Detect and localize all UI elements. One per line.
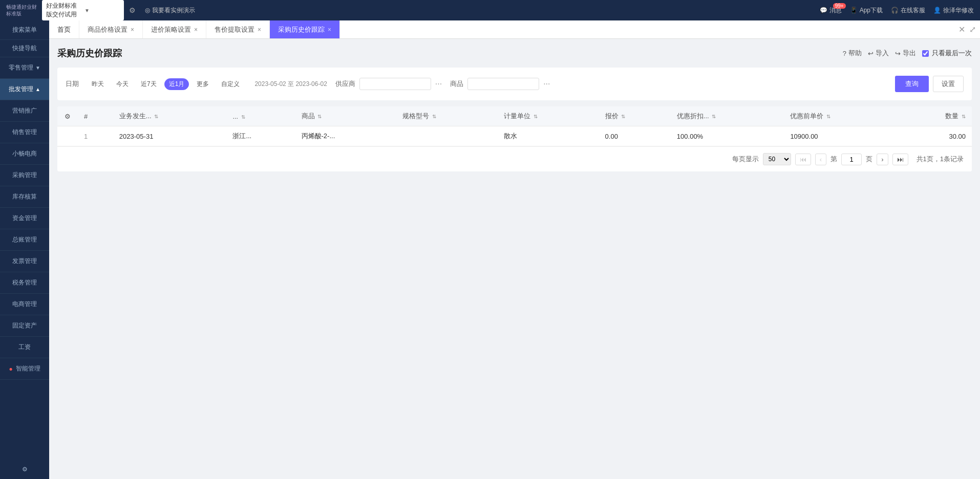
version-selector[interactable]: 好业财标准版交付试用 ▼ (42, 0, 124, 20)
data-table: ⚙ # 业务发生... ⇅ ... ⇅ 商品 (57, 106, 972, 146)
sidebar-item-wholesale[interactable]: 批发管理 ▲ (0, 79, 49, 100)
table-header-row: ⚙ # 业务发生... ⇅ ... ⇅ 商品 (57, 106, 972, 126)
sidebar-item-label: 发票管理 (12, 257, 37, 266)
column-date[interactable]: 业务发生... ⇅ (113, 106, 227, 126)
query-button[interactable]: 查询 (895, 76, 929, 92)
column-quantity[interactable]: 数量 ⇅ (900, 106, 972, 126)
demo-link[interactable]: ◎ 我要看实例演示 (145, 6, 195, 15)
sidebar-item-finance[interactable]: 资金管理 (0, 208, 49, 229)
tab-expand-button[interactable]: ⤢ (969, 25, 976, 34)
column-gear[interactable]: ⚙ (57, 106, 78, 126)
cell-date: 2023-05-31 (113, 126, 227, 146)
import-link[interactable]: ↩ 导入 (868, 49, 889, 58)
date-btn-more[interactable]: 更多 (192, 78, 214, 90)
tab-purchase-strategy[interactable]: 进价策略设置 × (143, 20, 206, 38)
date-btn-yesterday[interactable]: 昨天 (87, 78, 109, 90)
sidebar-item-inventory[interactable]: 库存核算 (0, 186, 49, 208)
per-page-select[interactable]: 50 100 200 (763, 153, 791, 165)
pagination-first-button[interactable]: ⏮ (795, 154, 811, 165)
goods-input[interactable] (467, 78, 539, 90)
sidebar-item-payroll[interactable]: 工资 (0, 337, 49, 358)
sidebar-item-ledger[interactable]: 总账管理 (0, 229, 49, 251)
column-unit[interactable]: 计量单位 ⇅ (498, 106, 599, 126)
tab-purchase-history[interactable]: 采购历史价跟踪 × (270, 20, 340, 38)
content-area: 首页 商品价格设置 × 进价策略设置 × 售价提取设置 × 采购历史价跟踪 × … (49, 20, 980, 479)
pagination-next-button[interactable]: › (877, 154, 888, 165)
column-goods[interactable]: 商品 ⇅ (295, 106, 397, 126)
date-btn-custom[interactable]: 自定义 (217, 78, 244, 90)
sidebar-item-invoice[interactable]: 发票管理 (0, 251, 49, 272)
supplier-input[interactable] (359, 78, 431, 90)
tab-home[interactable]: 首页 (49, 20, 79, 38)
help-link[interactable]: ? 帮助 (843, 49, 862, 58)
tab-goods-price[interactable]: 商品价格设置 × (79, 20, 143, 38)
sort-icon: ⇅ (826, 114, 830, 119)
demo-icon: ◎ (145, 7, 150, 14)
sort-icon: ⇅ (962, 114, 966, 119)
app-download-button[interactable]: 📱 App下载 (850, 6, 883, 15)
dot-icon: ● (9, 365, 12, 373)
app-logo: 畅捷通好业财 标准版 (6, 4, 37, 17)
sidebar-item-fixed-assets[interactable]: 固定资产 (0, 315, 49, 337)
close-icon[interactable]: × (194, 26, 198, 33)
last-only-checkbox[interactable] (922, 50, 929, 57)
question-icon: ? (843, 50, 846, 57)
tab-selling-price[interactable]: 售价提取设置 × (206, 20, 270, 38)
sidebar-item-label: 资金管理 (12, 214, 37, 223)
supplier-dots[interactable]: ··· (435, 79, 442, 89)
close-icon[interactable]: × (328, 26, 331, 33)
goods-dots[interactable]: ··· (543, 79, 550, 89)
sidebar-item-purchase[interactable]: 采购管理 (0, 165, 49, 186)
sidebar-search[interactable]: 搜索菜单 (0, 20, 49, 40)
sidebar-item-label: 固定资产 (12, 321, 37, 330)
user-menu[interactable]: 👤 徐泽华修改 (933, 6, 974, 15)
sort-icon: ⇅ (317, 114, 322, 119)
sidebar-item-intelligent[interactable]: ● 智能管理 (0, 358, 49, 380)
sort-icon: ⇅ (712, 114, 716, 119)
messages-button[interactable]: 💬 消息 99+ (820, 6, 842, 15)
last-only-checkbox-label[interactable]: 只看最后一次 (922, 49, 972, 58)
sort-icon: ⇅ (241, 114, 245, 120)
settings-button[interactable]: 设置 (933, 76, 964, 92)
sidebar-item-tax[interactable]: 税务管理 (0, 272, 49, 294)
cell-quoted-price: 0.00 (599, 126, 671, 146)
page-label: 第 (830, 155, 837, 164)
sidebar-settings[interactable]: ⚙ (0, 460, 49, 479)
column-more[interactable]: ... ⇅ (226, 106, 295, 126)
topbar-right: 💬 消息 99+ 📱 App下载 🎧 在线客服 👤 徐泽华修改 (820, 6, 974, 15)
sidebar-quicknav[interactable]: 快捷导航 (0, 40, 49, 57)
pagination-prev-button[interactable]: ‹ (815, 154, 826, 165)
date-btn-today[interactable]: 今天 (112, 78, 133, 90)
main-layout: 搜索菜单 快捷导航 零售管理 ▼ 批发管理 ▲ 营销推广 销售管理 小畅电商 采… (0, 20, 980, 479)
sidebar-item-sales[interactable]: 销售管理 (0, 122, 49, 143)
date-btn-1month[interactable]: 近1月 (164, 78, 189, 90)
sidebar-item-ecommerce-small[interactable]: 小畅电商 (0, 143, 49, 165)
topbar-gear-icon[interactable]: ⚙ (129, 6, 136, 14)
page-input[interactable] (841, 154, 862, 165)
export-link[interactable]: ↪ 导出 (895, 49, 916, 58)
sidebar-item-retail[interactable]: 零售管理 ▼ (0, 57, 49, 79)
online-service-button[interactable]: 🎧 在线客服 (891, 6, 925, 15)
tab-close-button[interactable]: ✕ (958, 25, 965, 34)
sidebar-item-marketing[interactable]: 营销推广 (0, 100, 49, 122)
column-quoted-price[interactable]: 报价 ⇅ (599, 106, 671, 126)
settings-icon: ⚙ (22, 466, 28, 473)
close-icon[interactable]: × (131, 26, 134, 33)
close-icon[interactable]: × (258, 26, 261, 33)
sidebar-item-label: 零售管理 (9, 63, 33, 72)
sidebar-item-label: 库存核算 (12, 192, 37, 201)
tab-label: 售价提取设置 (215, 25, 254, 34)
date-btn-7days[interactable]: 近7天 (136, 78, 161, 90)
pagination-last-button[interactable]: ⏭ (892, 154, 908, 165)
cell-more: 浙江... (226, 126, 295, 146)
sort-icon: ⇅ (534, 114, 538, 119)
sidebar-item-ecommerce[interactable]: 电商管理 (0, 294, 49, 315)
tabbar: 首页 商品价格设置 × 进价策略设置 × 售价提取设置 × 采购历史价跟踪 × … (49, 20, 980, 39)
column-spec[interactable]: 规格型号 ⇅ (396, 106, 498, 126)
sidebar-item-label: 税务管理 (12, 278, 37, 287)
cell-spec (396, 126, 498, 146)
column-undiscounted-price[interactable]: 优惠前单价 ⇅ (784, 106, 900, 126)
filter-bar: 日期 昨天 今天 近7天 近1月 更多 自定义 2023-05-02 至 202… (57, 68, 972, 100)
filter-row: 日期 昨天 今天 近7天 近1月 更多 自定义 2023-05-02 至 202… (66, 76, 964, 92)
column-discount[interactable]: 优惠折扣... ⇅ (671, 106, 784, 126)
